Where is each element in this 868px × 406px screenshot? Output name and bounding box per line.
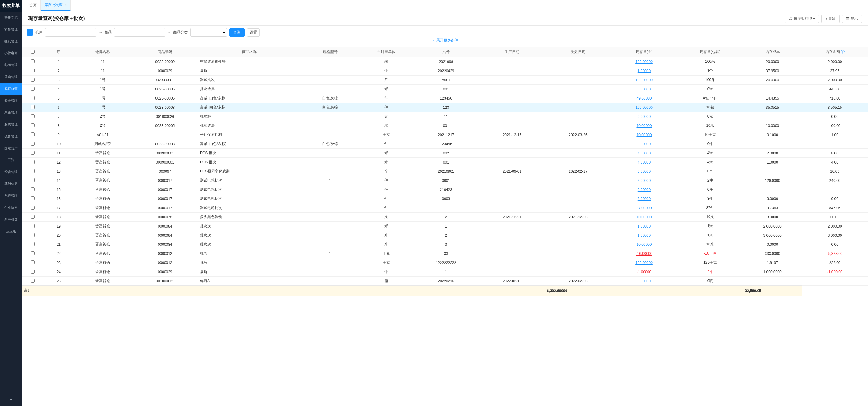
- row-qty-main-8[interactable]: 10.00000: [611, 130, 677, 139]
- row-select-16[interactable]: [31, 206, 35, 209]
- tab-close-icon[interactable]: ✕: [64, 3, 67, 7]
- tab-home[interactable]: 首页: [26, 0, 40, 11]
- sidebar-item-hr[interactable]: 工资: [0, 154, 22, 166]
- row-select-10[interactable]: [31, 151, 35, 155]
- sidebar-item-new-user[interactable]: 新手引导: [0, 213, 22, 225]
- row-qty-main-7[interactable]: 10.00000: [611, 121, 677, 130]
- row-select-11[interactable]: [31, 160, 35, 164]
- display-button[interactable]: ☰ 显示: [842, 14, 862, 23]
- row-qty-main-16[interactable]: 87.00000: [611, 203, 677, 212]
- row-qty-main-3[interactable]: 0.00000: [611, 85, 677, 94]
- row-qty-main-5[interactable]: 100.00000: [611, 103, 677, 112]
- sidebar-item-purchase[interactable]: 采购管理: [0, 71, 22, 83]
- row-select-22[interactable]: [31, 261, 35, 264]
- sidebar-item-invoice[interactable]: 发票管理: [0, 119, 22, 130]
- row-unit-cost-6: [743, 112, 802, 121]
- row-select-24[interactable]: [31, 279, 35, 283]
- print-button[interactable]: 🖨 按模板打印 ▾: [785, 14, 819, 23]
- sidebar-item-fixed-asset[interactable]: 固定资产: [0, 142, 22, 154]
- row-qty-main-6[interactable]: 0.00000: [611, 112, 677, 121]
- sidebar-item-base[interactable]: 基础信息: [0, 178, 22, 190]
- row-checkbox-13: [22, 176, 44, 185]
- row-select-3[interactable]: [31, 87, 35, 91]
- printer-icon: 🖨: [789, 17, 793, 21]
- row-select-23[interactable]: [31, 270, 35, 273]
- row-select-21[interactable]: [31, 251, 35, 255]
- sidebar-item-general[interactable]: 总账管理: [0, 107, 22, 119]
- row-select-2[interactable]: [31, 78, 35, 81]
- row-select-4[interactable]: [31, 96, 35, 100]
- expand-button[interactable]: ✓ 展开更多条件: [432, 38, 458, 43]
- row-select-9[interactable]: [31, 142, 35, 145]
- sidebar-item-tax[interactable]: 税务管理: [0, 130, 22, 142]
- row-qty-main-12[interactable]: 0.00000: [611, 167, 677, 176]
- tab-inventory-batch[interactable]: 库存批次查 ✕: [40, 0, 71, 11]
- row-select-8[interactable]: [31, 133, 35, 136]
- sidebar-item-retail[interactable]: 零售管理: [0, 24, 22, 35]
- row-qty-main-13[interactable]: 2.00000: [611, 176, 677, 185]
- row-qty-main-14[interactable]: 0.00000: [611, 185, 677, 194]
- export-button[interactable]: ↑ 导出: [822, 14, 840, 23]
- row-qty-main-2[interactable]: 100.00000: [611, 75, 677, 85]
- row-select-12[interactable]: [31, 169, 35, 173]
- sidebar-item-operations[interactable]: 经营管理: [0, 166, 22, 178]
- total-cost-info-icon[interactable]: ⓘ: [841, 49, 844, 54]
- filter-arrow-btn[interactable]: ›: [27, 29, 33, 36]
- row-select-0[interactable]: [31, 59, 35, 63]
- row-select-18[interactable]: [31, 224, 35, 228]
- row-select-5[interactable]: [31, 105, 35, 109]
- row-qty-main-11[interactable]: 4.00000: [611, 158, 677, 167]
- row-qty-main-1[interactable]: 1.00000: [611, 66, 677, 75]
- sidebar-item-ecom[interactable]: 电商管理: [0, 59, 22, 71]
- row-qty-main-18[interactable]: 1.00000: [611, 222, 677, 231]
- row-qty-aux-7: 10米: [677, 121, 743, 130]
- row-warehouse-19: 晋富裕仓: [73, 231, 132, 240]
- sidebar-item-quick-nav[interactable]: 快捷导航: [0, 11, 22, 24]
- row-qty-main-0[interactable]: 100.00000: [611, 57, 677, 66]
- row-qty-main-15[interactable]: 3.00000: [611, 194, 677, 203]
- product-filter-input[interactable]: [114, 28, 165, 37]
- row-qty-main-20[interactable]: 10.00000: [611, 240, 677, 249]
- row-select-14[interactable]: [31, 187, 35, 191]
- row-qty-main-23[interactable]: -1.00000: [611, 267, 677, 276]
- row-qty-main-10[interactable]: 4.00000: [611, 149, 677, 158]
- row-qty-main-24[interactable]: 0.00000: [611, 276, 677, 286]
- footer-total-cost: 32,589.05: [743, 286, 802, 296]
- table-row: 21 晋富裕仓 0000084 批次次 米 3 10.00000 10米 0.0…: [22, 240, 868, 249]
- sidebar-logo[interactable]: 搜索菜单: [0, 0, 22, 11]
- row-select-1[interactable]: [31, 69, 35, 72]
- row-select-17[interactable]: [31, 215, 35, 219]
- row-num-14: 15: [44, 185, 73, 194]
- row-qty-main-19[interactable]: 1.00000: [611, 231, 677, 240]
- sidebar-item-system[interactable]: 系统管理: [0, 190, 22, 202]
- sidebar-item-asset[interactable]: 资金管理: [0, 95, 22, 107]
- sidebar-gear-icon[interactable]: ⚙: [0, 395, 22, 406]
- row-prod-3: [479, 85, 545, 94]
- row-checkbox-16: [22, 203, 44, 212]
- row-select-19[interactable]: [31, 233, 35, 237]
- warehouse-filter-input[interactable]: [45, 28, 96, 37]
- row-select-15[interactable]: [31, 197, 35, 200]
- table-row: 16 晋富裕仓 0000017 测试电耗批次 1 件 0003 3.00000 …: [22, 194, 868, 203]
- sidebar-item-small-ecom[interactable]: 小鲸电商: [0, 47, 22, 59]
- search-button[interactable]: 查询: [229, 28, 245, 37]
- row-qty-main-9[interactable]: 0.00000: [611, 139, 677, 149]
- row-select-20[interactable]: [31, 242, 35, 246]
- row-qty-main-17[interactable]: 10.00000: [611, 212, 677, 222]
- row-qty-aux-19: 1米: [677, 231, 743, 240]
- row-select-6[interactable]: [31, 114, 35, 118]
- row-unit-18: 米: [360, 222, 413, 231]
- row-unit-19: 米: [360, 231, 413, 240]
- row-qty-main-21[interactable]: -16.00000: [611, 249, 677, 258]
- row-qty-main-4[interactable]: 49.60000: [611, 94, 677, 103]
- select-all-checkbox[interactable]: [31, 49, 35, 54]
- row-qty-main-22[interactable]: 122.00000: [611, 258, 677, 267]
- sidebar-item-cloud[interactable]: 云应用: [0, 225, 22, 237]
- row-select-7[interactable]: [31, 123, 35, 127]
- sidebar-item-inventory[interactable]: 库存核查: [0, 83, 22, 95]
- sidebar-item-enterprise[interactable]: 企业协同: [0, 202, 22, 213]
- settings-button[interactable]: 设置: [247, 28, 260, 37]
- sidebar-item-wholesale[interactable]: 批发管理: [0, 35, 22, 47]
- category-filter-select[interactable]: [190, 28, 227, 37]
- row-select-13[interactable]: [31, 178, 35, 182]
